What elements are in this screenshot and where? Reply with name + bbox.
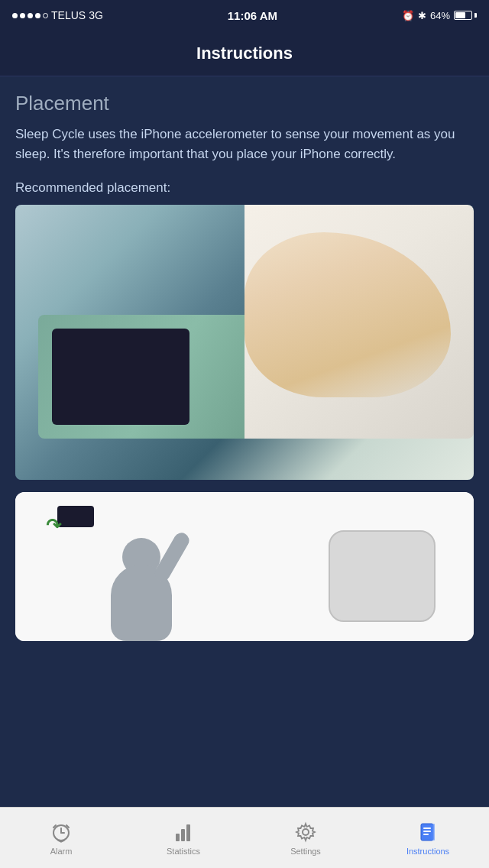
network-label: 3G xyxy=(89,9,103,21)
battery-percent: 64% xyxy=(430,10,450,21)
page-title: Instructions xyxy=(196,44,293,63)
svg-rect-14 xyxy=(432,824,435,840)
content-area: Placement Sleep Cycle uses the iPhone ac… xyxy=(0,76,489,807)
alarm-icon: ⏰ xyxy=(402,10,414,21)
svg-rect-7 xyxy=(186,824,190,841)
header: Instructions xyxy=(0,31,489,76)
signal-dot-2 xyxy=(20,13,25,18)
instructions-tab-label: Instructions xyxy=(406,847,449,856)
signal-dot-3 xyxy=(28,13,33,18)
diagram-scene: ↷ xyxy=(15,492,474,641)
battery-fill xyxy=(455,12,465,18)
svg-rect-12 xyxy=(423,831,431,832)
svg-rect-5 xyxy=(176,834,180,841)
settings-tab-icon xyxy=(294,821,317,844)
signal-dot-1 xyxy=(12,13,18,18)
battery-tip xyxy=(474,13,477,18)
diagram-arrow: ↷ xyxy=(46,515,61,536)
statistics-tab-icon xyxy=(172,821,195,844)
settings-tab-label: Settings xyxy=(290,847,321,856)
svg-point-8 xyxy=(303,829,309,835)
bluetooth-icon: ✱ xyxy=(418,10,426,21)
bed-scene xyxy=(15,205,474,480)
status-right: ⏰ ✱ 64% xyxy=(402,10,477,21)
carrier-label: TELUS xyxy=(51,9,86,21)
signal-dot-4 xyxy=(35,13,40,18)
alarm-tab-label: Alarm xyxy=(50,847,73,856)
placement-photo xyxy=(15,205,474,480)
tab-instructions[interactable]: Instructions xyxy=(367,808,489,868)
section-body: Sleep Cycle uses the iPhone acceleromete… xyxy=(0,125,489,176)
signal-dots xyxy=(12,13,48,18)
signal-dot-5 xyxy=(43,13,48,18)
section-title: Placement xyxy=(0,76,489,125)
svg-rect-13 xyxy=(423,834,429,835)
alarm-tab-icon xyxy=(50,821,73,844)
diagram-pillow xyxy=(329,530,436,622)
tab-statistics[interactable]: Statistics xyxy=(122,808,244,868)
placement-diagram: ↷ xyxy=(15,492,474,641)
battery-body xyxy=(454,11,472,20)
phone-cable xyxy=(107,394,153,403)
tab-bar: Alarm Statistics Settings xyxy=(0,807,489,868)
battery-indicator xyxy=(454,11,477,20)
svg-rect-6 xyxy=(181,829,185,841)
person-silhouette xyxy=(76,523,229,637)
status-time: 11:06 AM xyxy=(228,9,277,22)
tab-alarm[interactable]: Alarm xyxy=(0,808,122,868)
svg-rect-11 xyxy=(423,828,431,829)
tab-settings[interactable]: Settings xyxy=(244,808,367,868)
instructions-tab-icon xyxy=(416,821,439,844)
statistics-tab-label: Statistics xyxy=(167,847,200,856)
status-bar: TELUS 3G 11:06 AM ⏰ ✱ 64% xyxy=(0,0,489,31)
recommended-label: Recommended placement: xyxy=(0,176,489,205)
status-left: TELUS 3G xyxy=(12,9,103,21)
